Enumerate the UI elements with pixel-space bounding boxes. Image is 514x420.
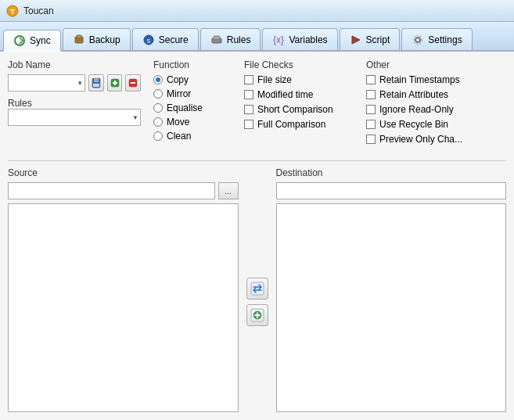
tab-secure[interactable]: S Secure: [132, 28, 199, 50]
svg-rect-8: [214, 36, 220, 39]
title-bar: T Toucan: [0, 0, 514, 22]
check-modified-time[interactable]: Modified time: [244, 89, 354, 100]
radio-mirror[interactable]: Mirror: [153, 88, 232, 99]
function-label: Function: [153, 59, 232, 70]
tab-bar: Sync Backup S Secure Rules: [0, 22, 514, 52]
destination-file-tree[interactable]: [276, 203, 507, 412]
source-path-row: ...: [8, 182, 239, 199]
check-retain-attributes[interactable]: Retain Attributes: [366, 89, 483, 100]
rules-chevron-icon: ▼: [132, 114, 138, 121]
sync-left-right-button[interactable]: [246, 278, 268, 300]
radio-clean[interactable]: Clean: [153, 131, 232, 142]
checkbox-file-size: [244, 75, 253, 84]
add-sync-button[interactable]: [246, 304, 268, 326]
svg-rect-4: [77, 35, 81, 38]
source-label: Source: [8, 167, 239, 178]
tab-sync[interactable]: Sync: [3, 30, 61, 52]
tab-settings[interactable]: Settings: [401, 28, 472, 50]
script-icon: [350, 34, 362, 46]
destination-block: Destination: [276, 167, 507, 412]
checkbox-retain-attributes: [366, 90, 376, 99]
svg-rect-15: [93, 84, 99, 87]
file-checks-section: File Checks File size Modified time Shor…: [244, 59, 354, 145]
rules-dropdown[interactable]: ▼: [8, 109, 141, 126]
tab-settings-label: Settings: [428, 34, 462, 45]
radio-mirror-circle: [153, 89, 163, 99]
tab-sync-label: Sync: [30, 35, 51, 46]
chevron-down-icon: ▼: [77, 80, 83, 87]
checkbox-use-recycle-bin: [366, 120, 376, 129]
bottom-section: Source ...: [8, 167, 506, 412]
section-divider: [8, 160, 506, 161]
radio-clean-circle: [153, 131, 163, 141]
check-ignore-readonly[interactable]: Ignore Read-Only: [366, 104, 483, 115]
svg-text:{x}: {x}: [273, 34, 284, 45]
app-title: Toucan: [23, 5, 54, 16]
source-path-input[interactable]: [8, 182, 215, 199]
middle-controls: [246, 167, 268, 412]
other-group: Retain Timestamps Retain Attributes Igno…: [366, 74, 483, 145]
app-icon: T: [6, 5, 19, 17]
radio-move[interactable]: Move: [153, 117, 232, 127]
radio-move-circle: [153, 117, 163, 127]
tab-script[interactable]: Script: [340, 28, 401, 50]
tab-secure-label: Secure: [159, 34, 189, 45]
add-job-button[interactable]: [107, 74, 123, 92]
tab-variables-label: Variables: [289, 34, 327, 45]
checkbox-modified-time: [244, 90, 253, 99]
variables-icon: {x}: [272, 34, 285, 46]
check-use-recycle-bin[interactable]: Use Recycle Bin: [366, 119, 483, 130]
destination-path-row: [276, 182, 507, 199]
tab-backup[interactable]: Backup: [63, 28, 131, 50]
settings-icon: [412, 34, 424, 46]
other-section: Other Retain Timestamps Retain Attribute…: [366, 59, 483, 145]
check-retain-timestamps[interactable]: Retain Timestamps: [366, 74, 483, 85]
main-content: Job Name ▼: [0, 52, 514, 420]
check-short-comparison[interactable]: Short Comparison: [244, 104, 354, 115]
remove-job-button[interactable]: [125, 74, 141, 92]
rules-section: Rules ▼: [8, 98, 141, 126]
job-name-dropdown[interactable]: ▼: [8, 74, 85, 92]
svg-rect-14: [94, 78, 99, 82]
file-checks-label: File Checks: [244, 59, 354, 70]
source-browse-button[interactable]: ...: [218, 182, 239, 199]
tab-backup-label: Backup: [89, 34, 120, 45]
function-section: Function Copy Mirror Equalise Move: [153, 59, 232, 145]
radio-equalise[interactable]: Equalise: [153, 102, 232, 113]
job-name-section: Job Name ▼: [8, 59, 141, 145]
secure-icon: S: [142, 34, 155, 46]
job-name-row: ▼: [8, 74, 141, 92]
tab-rules-label: Rules: [227, 34, 251, 45]
checkbox-retain-timestamps: [366, 75, 376, 84]
svg-point-11: [415, 38, 420, 42]
svg-rect-21: [251, 282, 264, 295]
check-file-size[interactable]: File size: [244, 74, 354, 85]
tab-rules[interactable]: Rules: [200, 28, 261, 50]
radio-copy-circle: [153, 75, 163, 84]
check-preview-only[interactable]: Preview Only Cha...: [366, 134, 483, 145]
file-checks-group: File size Modified time Short Comparison…: [244, 74, 354, 130]
destination-path-input[interactable]: [276, 182, 507, 199]
source-file-tree[interactable]: [8, 203, 239, 412]
destination-label: Destination: [276, 167, 507, 178]
backup-icon: [73, 34, 85, 46]
function-radio-group: Copy Mirror Equalise Move Clean: [153, 74, 232, 142]
svg-marker-10: [352, 36, 360, 44]
tab-variables[interactable]: {x} Variables: [262, 28, 337, 50]
checkbox-full-comparison: [244, 120, 253, 129]
radio-equalise-circle: [153, 103, 163, 113]
svg-text:S: S: [146, 37, 150, 44]
svg-text:T: T: [10, 8, 15, 16]
checkbox-short-comparison: [244, 105, 253, 114]
rules-label: Rules: [8, 98, 32, 109]
checkbox-ignore-readonly: [366, 105, 376, 114]
save-button[interactable]: [88, 74, 104, 92]
job-name-label: Job Name: [8, 59, 141, 70]
radio-copy[interactable]: Copy: [153, 74, 232, 85]
sync-icon: [13, 34, 26, 47]
top-section: Job Name ▼: [8, 59, 506, 145]
tab-script-label: Script: [366, 34, 390, 45]
rules-icon: [210, 34, 223, 46]
check-full-comparison[interactable]: Full Comparison: [244, 119, 354, 130]
other-label: Other: [366, 59, 483, 70]
